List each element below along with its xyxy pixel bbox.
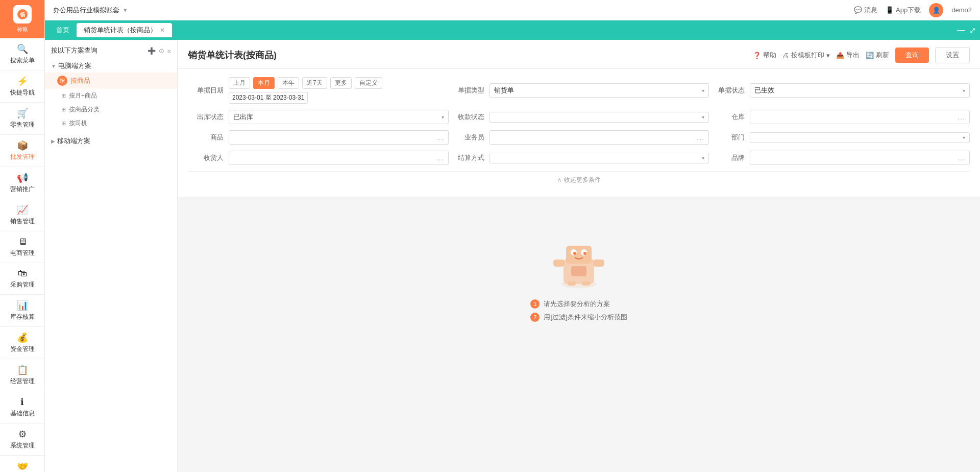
- warehouse-input[interactable]: …: [750, 110, 970, 124]
- tab-bar: 首页 销货单统计表（按商品） ✕ — ⤢: [45, 20, 980, 40]
- logo-area[interactable]: 畅 标账: [0, 0, 44, 38]
- empty-illustration: [548, 238, 609, 289]
- empty-state: 1 请先选择要分析的方案 2 用[过滤]条件来缩小分析范围: [178, 197, 980, 363]
- svg-rect-12: [568, 281, 576, 286]
- sidebar-item-wholesale[interactable]: 📦 批发管理: [0, 135, 44, 167]
- salesperson-input[interactable]: …: [489, 130, 709, 145]
- app-download-btn[interactable]: 📱 App下载: [886, 6, 921, 15]
- export-btn[interactable]: 📤 导出: [836, 51, 860, 60]
- sidebar-item-retail[interactable]: 🛒 零售管理: [0, 103, 44, 135]
- enterprise-icon: 🤝: [17, 461, 28, 472]
- tab-sales-stat[interactable]: 销货单统计表（按商品） ✕: [77, 23, 172, 37]
- payment-method-label: 结算方式: [449, 153, 489, 162]
- salesperson-label: 业务员: [449, 133, 489, 142]
- filter-row-1: 单据日期 上月 本月 本年 近7天 更多 自定义 2023-03-01 至 20…: [188, 77, 970, 104]
- dept-select[interactable]: ▾: [750, 132, 970, 143]
- scheme-item-by-cashier[interactable]: ⊞ 按司机: [45, 116, 177, 130]
- quick-nav-icon: ⚡: [17, 76, 28, 87]
- svg-rect-9: [571, 266, 586, 276]
- mobile-scheme-section: ▶ 移动端方案: [45, 134, 177, 152]
- sidebar-item-system[interactable]: ⚙ 系统管理: [0, 423, 44, 456]
- brand-control: …: [750, 151, 970, 165]
- doc-status-dropdown-icon: ▾: [963, 88, 965, 93]
- this-month-btn[interactable]: 本月: [253, 77, 275, 89]
- custom-btn[interactable]: 自定义: [355, 77, 382, 89]
- print-icon: 🖨: [782, 52, 789, 59]
- more-btn[interactable]: 更多: [330, 77, 352, 89]
- desktop-scheme-label: 电脑端方案: [58, 61, 91, 70]
- right-content: 销货单统计表(按商品) ❓ 帮助 🖨 按模板打印 ▾ 📤 导出: [178, 40, 980, 472]
- settings-btn[interactable]: 设置: [935, 47, 970, 63]
- collapse-bar[interactable]: ∧ 收起更多条件: [188, 171, 970, 188]
- tab-close-icon[interactable]: ✕: [160, 27, 165, 33]
- doc-type-select[interactable]: 销货单 ▾: [489, 83, 709, 98]
- sidebar-item-quick-nav[interactable]: ⚡ 快捷导航: [0, 70, 44, 103]
- query-btn[interactable]: 查询: [895, 48, 929, 63]
- svg-point-7: [573, 252, 576, 255]
- payment-method-select[interactable]: ▾: [489, 153, 709, 163]
- last-7-btn[interactable]: 近7天: [302, 77, 327, 89]
- sidebar-item-inventory[interactable]: 📊 库存核算: [0, 295, 44, 327]
- sidebar-item-operation[interactable]: 📋 经营管理: [0, 359, 44, 391]
- help-btn[interactable]: ❓ 帮助: [753, 51, 776, 60]
- industry-dropdown-icon[interactable]: ▾: [124, 6, 127, 14]
- sidebar-item-purchase[interactable]: 🛍 采购管理: [0, 263, 44, 295]
- tip-num-2: 2: [530, 313, 540, 322]
- salesperson-dots[interactable]: …: [696, 133, 704, 142]
- settings-scheme-icon[interactable]: ⊙: [159, 47, 164, 55]
- sidebar-item-search[interactable]: 🔍 搜索菜单: [0, 38, 44, 70]
- left-panel-icons: ➕ ⊙ «: [148, 47, 171, 55]
- product-dots[interactable]: …: [436, 133, 444, 142]
- brand-dots[interactable]: …: [957, 153, 965, 162]
- desktop-scheme-section: ▼ 电脑端方案 按 按商品 ⊞ 按月+商品 ⊞ 按商品分类 ⊞ 按司机: [45, 59, 177, 134]
- add-scheme-icon[interactable]: ➕: [148, 47, 156, 55]
- scheme-item-by-product[interactable]: 按 按商品: [45, 73, 177, 89]
- page-actions: ❓ 帮助 🖨 按模板打印 ▾ 📤 导出 🔄 刷新: [753, 47, 970, 63]
- sidebar-item-enterprise[interactable]: 🤝 企业协同: [0, 456, 44, 472]
- receiver-dots[interactable]: …: [436, 153, 444, 162]
- desktop-scheme-header[interactable]: ▼ 电脑端方案: [45, 59, 177, 73]
- recv-status-select[interactable]: ▾: [489, 112, 709, 123]
- top-header: 办公用品行业模拟账套 ▾ 💬 消息 📱 App下载 👤 demo2: [45, 0, 980, 20]
- mobile-scheme-header[interactable]: ▶ 移动端方案: [45, 134, 177, 148]
- warehouse-dots[interactable]: …: [957, 112, 965, 122]
- purchase-icon: 🛍: [18, 268, 27, 279]
- sidebar-item-sales[interactable]: 📈 销售管理: [0, 199, 44, 231]
- warehouse-control: …: [750, 110, 970, 124]
- help-icon: ❓: [753, 52, 761, 59]
- refresh-btn[interactable]: 🔄 刷新: [866, 51, 889, 60]
- sidebar-item-ecom[interactable]: 🖥 电商管理: [0, 231, 44, 263]
- tab-home[interactable]: 首页: [49, 23, 77, 37]
- scheme-by-product-month-label: 按月+商品: [69, 91, 97, 100]
- wholesale-icon: 📦: [17, 140, 28, 151]
- doc-status-select[interactable]: 已生效 ▾: [750, 83, 970, 98]
- sidebar-item-marketing[interactable]: 📢 营销推广: [0, 167, 44, 199]
- brand-input[interactable]: …: [750, 151, 970, 165]
- filter-row-2: 出库状态 已出库 ▾ 收款状态 ▾ 仓库: [188, 110, 970, 124]
- svg-rect-11: [593, 259, 604, 267]
- industry-label: 办公用品行业模拟账套: [53, 6, 119, 15]
- message-icon: 💬: [854, 6, 862, 14]
- date-range[interactable]: 2023-03-01 至 2023-03-31: [229, 92, 308, 104]
- message-btn[interactable]: 💬 消息: [854, 6, 877, 15]
- retail-icon: 🛒: [17, 108, 28, 119]
- page-title-bar: 销货单统计表(按商品) ❓ 帮助 🖨 按模板打印 ▾ 📤 导出: [178, 40, 980, 69]
- template-print-btn[interactable]: 🖨 按模板打印 ▾: [782, 51, 830, 60]
- tab-minimize-icon[interactable]: —: [957, 26, 965, 35]
- product-input[interactable]: …: [229, 130, 449, 145]
- main-content: 办公用品行业模拟账套 ▾ 💬 消息 📱 App下载 👤 demo2 首页 销货单…: [45, 0, 980, 472]
- scheme-item-by-product-month[interactable]: ⊞ 按月+商品: [45, 89, 177, 103]
- receiver-input[interactable]: …: [229, 151, 449, 165]
- print-dropdown-icon: ▾: [826, 52, 830, 59]
- sidebar-item-basic[interactable]: ℹ 基础信息: [0, 391, 44, 423]
- user-avatar[interactable]: 👤: [929, 3, 943, 17]
- grid-icon-3: ⊞: [61, 120, 66, 127]
- last-month-btn[interactable]: 上月: [229, 77, 250, 89]
- this-year-btn[interactable]: 本年: [278, 77, 299, 89]
- tab-expand-icon[interactable]: ⤢: [969, 26, 976, 35]
- sidebar-item-finance[interactable]: 💰 资金管理: [0, 327, 44, 359]
- svg-point-8: [583, 252, 586, 255]
- collapse-panel-icon[interactable]: «: [167, 47, 171, 55]
- scheme-item-by-product-cat[interactable]: ⊞ 按商品分类: [45, 103, 177, 116]
- out-status-select[interactable]: 已出库 ▾: [229, 110, 449, 124]
